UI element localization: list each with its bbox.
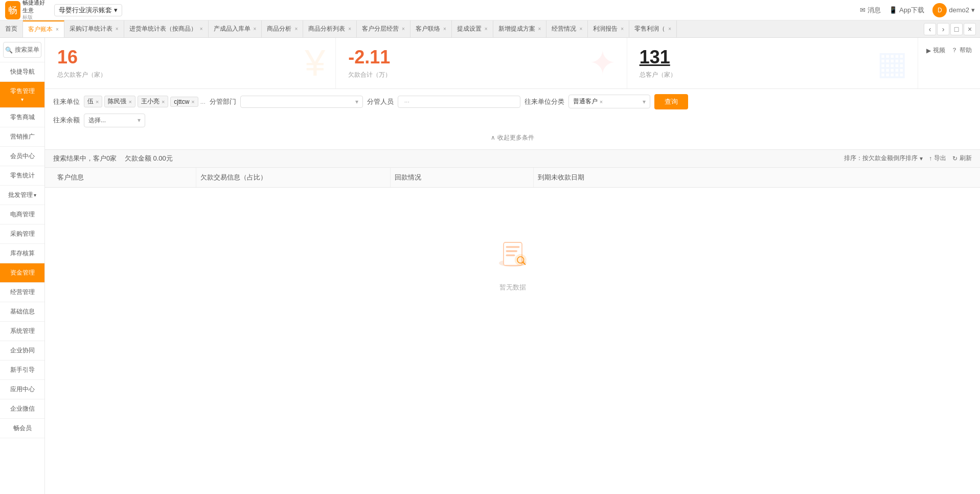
message-btn[interactable]: ✉ 消息	[860, 6, 881, 15]
dept-select[interactable]: ▾	[240, 96, 363, 108]
results-info: 搜索结果中，客户0家 欠款金额 0.00元	[53, 154, 179, 163]
export-icon: ↑	[929, 155, 932, 162]
unit-type-chevron-icon: ▾	[643, 98, 646, 105]
video-btn[interactable]: ▶ 视频	[926, 46, 945, 55]
balance-input[interactable]: 选择... ▾	[84, 114, 145, 127]
tab-product-instock-close[interactable]: ×	[254, 26, 257, 32]
sidebar-item-enterprise-label: 企业协同	[10, 346, 35, 355]
sidebar-item-quick-nav[interactable]: 快捷导航	[0, 62, 44, 82]
tab-goods-analysis-list[interactable]: 商品分析列表 ×	[303, 20, 357, 38]
tab-customer-contact-close[interactable]: ×	[443, 26, 446, 32]
tab-purchase-order[interactable]: 采购订单统计表 ×	[64, 20, 124, 38]
tab-promotion-settings[interactable]: 提成设置 ×	[452, 20, 493, 38]
filter-tag-wu[interactable]: 伍 ×	[84, 96, 102, 107]
filter-tag-chen-close[interactable]: ×	[128, 99, 131, 105]
filter-tag-cjttcw[interactable]: cjttcw ×	[170, 97, 198, 107]
sidebar-item-marketing[interactable]: 营销推广	[0, 127, 44, 147]
search-count: 搜索结果中，客户0家	[53, 154, 117, 162]
filter-tag-chen[interactable]: 陈民强 ×	[104, 96, 135, 107]
tab-goods-analysis-close[interactable]: ×	[294, 26, 298, 32]
filter-tag-wu-label: 伍	[87, 97, 94, 106]
sort-selector[interactable]: 排序：按欠款金额倒序排序 ▾	[844, 154, 923, 163]
content-area: 16 总欠款客户（家） ¥ -2.11 欠款合计（万） ✦ 131 总客户（家）…	[45, 38, 980, 494]
tab-goods-analysis-list-label: 商品分析列表	[308, 25, 345, 33]
sidebar-item-inventory[interactable]: 库存核算	[0, 244, 44, 263]
tab-customer-contact-label: 客户联络	[416, 25, 440, 33]
filter-tag-normal-customer-close[interactable]: ×	[600, 99, 603, 105]
person-select[interactable]: ···	[398, 96, 520, 108]
search-menu-btn[interactable]: 🔍 搜索菜单	[3, 42, 41, 58]
tab-retail-profit[interactable]: 零售利润（ ×	[629, 20, 677, 38]
tab-customer-tier-close[interactable]: ×	[402, 26, 405, 32]
sidebar-item-capital[interactable]: 资金管理	[0, 263, 44, 283]
tab-profit-report-close[interactable]: ×	[621, 26, 624, 32]
video-label: 视频	[933, 46, 945, 55]
tab-home[interactable]: 首页	[0, 20, 23, 38]
filter-tag-wang-close[interactable]: ×	[162, 99, 165, 105]
sidebar-item-system[interactable]: 系统管理	[0, 322, 44, 341]
tab-expand-btn[interactable]: □	[950, 23, 963, 35]
tab-goods-analysis-list-close[interactable]: ×	[348, 26, 351, 32]
unit-type-select[interactable]: 普通客户 × ▾	[568, 95, 650, 108]
filter-tag-cjttcw-close[interactable]: ×	[191, 99, 194, 105]
stat-overdue-amount-value: -2.11	[348, 47, 390, 68]
sidebar-item-basic-info[interactable]: 基础信息	[0, 302, 44, 322]
sidebar-item-purchase[interactable]: 采购管理	[0, 224, 44, 244]
filter-more-btn[interactable]: ...	[200, 98, 206, 105]
account-selector[interactable]: 母婴行业演示账套 ▾	[54, 4, 122, 16]
sidebar-item-retail-mgmt[interactable]: 零售管理 ▾	[0, 82, 44, 108]
collapse-btn[interactable]: ∧ 收起更多条件	[491, 133, 534, 142]
export-label: 导出	[934, 154, 946, 163]
tab-customer-contact[interactable]: 客户联络 ×	[411, 20, 452, 38]
balance-filter-label: 往来余额	[53, 116, 80, 125]
tab-product-instock[interactable]: 产成品入库单 ×	[209, 20, 262, 38]
filter-tag-wu-close[interactable]: ×	[96, 99, 99, 105]
user-area[interactable]: D demo2 ▾	[932, 3, 975, 17]
sidebar-item-enterprise-wechat[interactable]: 企业微信	[0, 399, 44, 419]
tab-next-btn[interactable]: ›	[937, 23, 949, 35]
sidebar-item-enterprise[interactable]: 企业协同	[0, 341, 44, 361]
tab-purchase-order-close[interactable]: ×	[116, 26, 119, 32]
refresh-icon: ↻	[952, 155, 958, 162]
sidebar-item-app-center[interactable]: 应用中心	[0, 380, 44, 399]
table-container: 客户信息 欠款交易信息（占比） 回款情况 到期未收款日期	[45, 168, 980, 494]
sidebar-item-business[interactable]: 经营管理	[0, 283, 44, 302]
tab-customer-book[interactable]: 客户账本 ×	[23, 20, 64, 38]
logo-area: 畅 畅捷通好生意 标版	[5, 0, 50, 21]
tab-new-promotion[interactable]: 新增提成方案 ×	[493, 20, 547, 38]
tab-goods-analysis[interactable]: 商品分析 ×	[262, 20, 303, 38]
tab-prev-btn[interactable]: ‹	[924, 23, 936, 35]
sidebar-item-capital-label: 资金管理	[10, 268, 35, 277]
sidebar-item-member-center[interactable]: 会员中心	[0, 147, 44, 166]
user-name: demo2	[949, 6, 969, 14]
tab-customer-book-label: 客户账本	[28, 25, 53, 34]
tab-instock-stat-close[interactable]: ×	[200, 26, 203, 32]
sidebar-item-retail-stat[interactable]: 零售统计	[0, 166, 44, 186]
refresh-btn[interactable]: ↻ 刷新	[952, 154, 972, 163]
tab-business-status[interactable]: 经营情况 ×	[546, 20, 588, 38]
sidebar-item-retail-mall[interactable]: 零售商城	[0, 108, 44, 127]
tab-customer-tier[interactable]: 客户分层经营 ×	[357, 20, 411, 38]
message-label: 消息	[868, 6, 881, 15]
export-btn[interactable]: ↑ 导出	[929, 154, 946, 163]
help-btn[interactable]: ？ 帮助	[951, 46, 972, 55]
query-button[interactable]: 查询	[654, 94, 688, 109]
tab-new-promotion-close[interactable]: ×	[538, 26, 541, 32]
tab-business-status-close[interactable]: ×	[579, 26, 582, 32]
tab-retail-profit-close[interactable]: ×	[668, 26, 671, 32]
tab-promotion-settings-close[interactable]: ×	[485, 26, 488, 32]
tab-instock-stat[interactable]: 进货单统计表（按商品） ×	[124, 20, 209, 38]
filter-tag-normal-customer[interactable]: 普通客户 ×	[573, 97, 603, 106]
filter-tag-wang[interactable]: 王小亮 ×	[138, 96, 168, 107]
sidebar-item-ecommerce[interactable]: 电商管理	[0, 205, 44, 224]
dept-chevron-icon: ▾	[355, 98, 358, 105]
sidebar-item-batch-mgmt[interactable]: 批发管理 ▾	[0, 186, 44, 205]
tab-customer-book-close[interactable]: ×	[56, 27, 59, 32]
sidebar-item-newbie[interactable]: 新手引导	[0, 361, 44, 380]
app-download-btn[interactable]: 📱 App下载	[889, 6, 924, 15]
tab-close-all-btn[interactable]: ×	[964, 23, 976, 35]
tab-profit-report[interactable]: 利润报告 ×	[588, 20, 629, 38]
sidebar-item-basic-info-label: 基础信息	[10, 307, 35, 316]
sidebar-item-member[interactable]: 畅会员	[0, 419, 44, 438]
stat-overdue-customers-value: 16	[57, 47, 78, 68]
